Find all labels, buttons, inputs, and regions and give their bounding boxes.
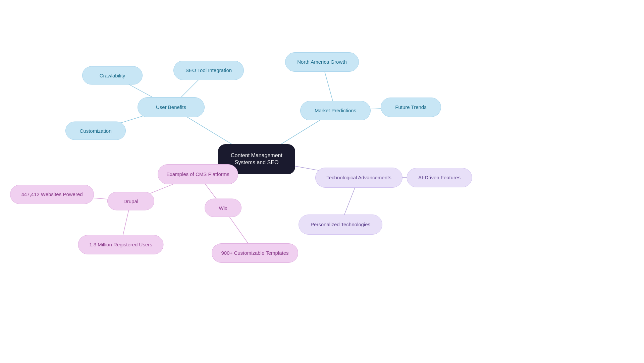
node-websites-powered[interactable]: 447,412 Websites Powered bbox=[10, 185, 94, 204]
node-north-america-label: North America Growth bbox=[290, 55, 354, 69]
node-personalized-label: Personalized Technologies bbox=[303, 217, 378, 232]
node-market-predictions[interactable]: Market Predictions bbox=[300, 101, 371, 120]
node-drupal[interactable]: Drupal bbox=[107, 192, 154, 210]
node-cms-platforms[interactable]: Examples of CMS Platforms bbox=[158, 164, 238, 184]
node-registered-users-label: 1.3 Million Registered Users bbox=[82, 237, 160, 252]
node-future-trends[interactable]: Future Trends bbox=[381, 98, 441, 117]
node-tech-advancements[interactable]: Technological Advancements bbox=[315, 168, 402, 188]
node-drupal-label: Drupal bbox=[116, 194, 146, 208]
node-customization[interactable]: Customization bbox=[65, 122, 126, 140]
node-crawlability[interactable]: Crawlability bbox=[82, 66, 143, 85]
node-north-america[interactable]: North America Growth bbox=[285, 52, 359, 72]
node-websites-powered-label: 447,412 Websites Powered bbox=[14, 187, 90, 202]
node-templates[interactable]: 900+ Customizable Templates bbox=[212, 243, 298, 263]
node-templates-label: 900+ Customizable Templates bbox=[214, 246, 296, 260]
node-market-predictions-label: Market Predictions bbox=[307, 103, 364, 118]
node-user-benefits-label: User Benefits bbox=[149, 100, 194, 115]
node-registered-users[interactable]: 1.3 Million Registered Users bbox=[78, 235, 164, 254]
node-wix-label: Wix bbox=[212, 200, 235, 215]
node-ai-driven[interactable]: AI-Driven Features bbox=[407, 168, 472, 187]
node-personalized[interactable]: Personalized Technologies bbox=[299, 215, 382, 235]
node-user-benefits[interactable]: User Benefits bbox=[138, 97, 205, 117]
node-wix[interactable]: Wix bbox=[205, 199, 241, 217]
node-crawlability-label: Crawlability bbox=[92, 68, 133, 83]
node-future-trends-label: Future Trends bbox=[388, 100, 434, 115]
node-ai-driven-label: AI-Driven Features bbox=[411, 170, 468, 185]
node-customization-label: Customization bbox=[72, 123, 119, 138]
node-tech-advancements-label: Technological Advancements bbox=[319, 170, 398, 185]
node-cms-platforms-label: Examples of CMS Platforms bbox=[159, 167, 237, 182]
node-seo-tool-label: SEO Tool Integration bbox=[178, 63, 239, 78]
node-seo-tool[interactable]: SEO Tool Integration bbox=[173, 61, 244, 80]
